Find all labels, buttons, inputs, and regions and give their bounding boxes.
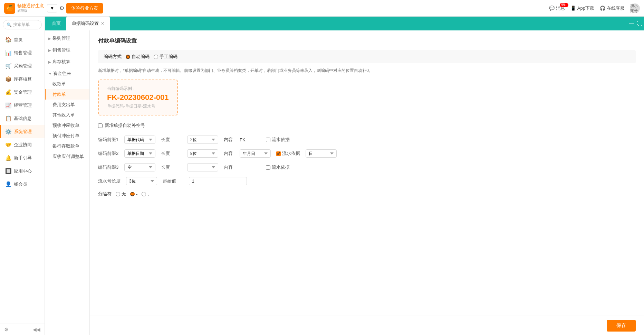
tab-bar-actions: — ⛶ xyxy=(629,20,643,27)
auto-fill-label[interactable]: 新增单据自动补空号 xyxy=(105,122,145,129)
auto-encoding-radio[interactable] xyxy=(126,55,130,59)
search-menu-button[interactable]: 🔍 搜索菜单 xyxy=(3,20,42,29)
sub-nav-item-receipt[interactable]: 收款单 xyxy=(45,79,89,89)
content-1-value: FK xyxy=(240,137,260,142)
download-icon: 📱 xyxy=(570,6,576,11)
sidebar-item-finance[interactable]: 💰 资金管理 xyxy=(0,86,45,99)
tab-encoding-settings[interactable]: 单据编码设置 ✕ xyxy=(66,17,110,30)
serial-length-select[interactable]: 3位 xyxy=(126,177,157,185)
system-icon: ⚙️ xyxy=(5,129,12,135)
sep-dot-option[interactable]: . xyxy=(142,192,149,197)
sidebar-item-apps[interactable]: 🔲 应用中心 xyxy=(0,165,45,178)
preview-box: 当前编码示例： FK-20230602-001 单据代码-单据日期-流水号 xyxy=(98,80,178,115)
sub-content-wrapper: ▶ 采购管理 ▶ 销售管理 ▶ 库存核算 xyxy=(45,30,644,335)
sub-nav-group-purchase-title[interactable]: ▶ 采购管理 xyxy=(45,33,89,44)
content-2-select[interactable]: 年月日 xyxy=(240,149,271,158)
sub-nav-item-payment[interactable]: 付款单 xyxy=(45,89,89,100)
home-icon: 🏠 xyxy=(5,37,12,43)
sidebar-item-sales[interactable]: 📊 销售管理 xyxy=(0,46,45,59)
workspace-dropdown[interactable]: ▼ xyxy=(47,4,57,12)
top-bar: 🍊 畅捷通好生意 旗舰版 ▼ ⚙ 体验行业方案 💬 消息 99+ 📱 App下载… xyxy=(0,0,644,17)
encoding-method-row: 编码方式 自动编码 手工编码 xyxy=(98,50,636,63)
tab-bar: 首页 单据编码设置 ✕ — ⛶ xyxy=(45,17,644,30)
sep-dash-option[interactable]: - xyxy=(130,192,137,197)
sidebar-item-member[interactable]: 👤 畅会员 xyxy=(0,178,45,191)
length-1-select[interactable]: 2位 xyxy=(187,136,218,144)
search-icon: 🔍 xyxy=(7,22,12,27)
manual-encoding-option[interactable]: 手工编码 xyxy=(154,54,177,60)
sub-nav-group-funds-title[interactable]: ▼ 资金往来 xyxy=(45,68,89,79)
sidebar-item-inventory[interactable]: 📦 库存核算 xyxy=(0,73,45,86)
sidebar-item-system[interactable]: ⚙️ 系统管理 xyxy=(0,125,45,138)
sub-nav-item-adjust[interactable]: 应收应付调整单 xyxy=(45,151,89,162)
sep-dash-radio[interactable] xyxy=(130,192,135,196)
prefix-3-select[interactable]: 空 xyxy=(124,163,155,171)
sub-nav-item-bank[interactable]: 银行存取款单 xyxy=(45,141,89,151)
serial-row: 流水号长度 3位 起始值 xyxy=(98,177,636,185)
sub-nav: ▶ 采购管理 ▶ 销售管理 ▶ 库存核算 xyxy=(45,30,90,335)
sub-nav-item-prepay-ap[interactable]: 预付冲应付单 xyxy=(45,131,89,141)
auto-fill-checkbox[interactable] xyxy=(98,123,103,128)
separator-label: 分隔符 xyxy=(98,191,112,197)
sub-nav-group-sales-title[interactable]: ▶ 销售管理 xyxy=(45,45,89,55)
top-bar-left: 🍊 畅捷通好生意 旗舰版 ▼ ⚙ 体验行业方案 xyxy=(4,3,103,14)
tab-maximize-icon[interactable]: ⛶ xyxy=(637,20,643,27)
sub-nav-item-prepay-ar[interactable]: 预收冲应收单 xyxy=(45,120,89,131)
trial-button[interactable]: 体验行业方案 xyxy=(66,3,103,13)
sub-nav-group-inventory-title[interactable]: ▶ 库存核算 xyxy=(45,57,89,67)
message-button[interactable]: 💬 消息 99+ xyxy=(549,5,565,11)
finance-icon: 💰 xyxy=(5,89,12,95)
prefix-row-3: 编码前缀3 空 长度 内容 流水依据 xyxy=(98,163,636,171)
online-service-button[interactable]: 🎧 在线客服 xyxy=(600,5,625,11)
stream-2-check: 流水依据 xyxy=(276,150,300,157)
prefix-2-label: 编码前缀2 xyxy=(98,150,119,157)
brand-text: 畅捷通好生意 旗舰版 xyxy=(17,3,44,13)
top-bar-controls: ▼ ⚙ 体验行业方案 xyxy=(47,3,103,13)
settings-icon[interactable]: ⚙ xyxy=(59,5,64,11)
collapse-sidebar-button[interactable]: ◀◀ xyxy=(33,327,40,332)
prefix-2-select[interactable]: 单据日期 xyxy=(124,149,155,158)
stream-3-label[interactable]: 流水依据 xyxy=(272,164,290,170)
length-3-select[interactable] xyxy=(187,163,218,171)
tab-home[interactable]: 首页 xyxy=(46,17,66,30)
content-3-label: 内容 xyxy=(224,164,234,170)
sidebar-item-purchase[interactable]: 🛒 采购管理 xyxy=(0,59,45,73)
sub-nav-item-other-income[interactable]: 其他收入单 xyxy=(45,110,89,120)
sidebar-item-guide[interactable]: 🔔 新手引导 xyxy=(0,151,45,165)
stream-2-label[interactable]: 流水依据 xyxy=(282,150,300,157)
sidebar-item-home[interactable]: 🏠 首页 xyxy=(0,33,45,46)
sidebar-item-management[interactable]: 📈 经营管理 xyxy=(0,99,45,112)
tab-minimize-icon[interactable]: — xyxy=(629,20,634,27)
start-value-input[interactable] xyxy=(189,177,247,185)
length-2-select[interactable]: 8位 xyxy=(187,149,218,158)
sub-nav-item-expense[interactable]: 费用支出单 xyxy=(45,100,89,110)
prefix-1-select[interactable]: 单据代码 xyxy=(124,136,155,144)
sidebar-item-basic-info[interactable]: 📋 基础信息 xyxy=(0,112,45,125)
sidebar-item-enterprise[interactable]: 🤝 企业协同 xyxy=(0,138,45,151)
sep-dot-radio[interactable] xyxy=(142,192,146,196)
stream-1-check: 流水依据 xyxy=(266,137,290,143)
member-icon: 👤 xyxy=(5,181,12,187)
tab-close-icon[interactable]: ✕ xyxy=(101,21,104,26)
length-3-label: 长度 xyxy=(161,164,182,170)
stream-unit-select[interactable]: 日 xyxy=(306,149,337,158)
sep-none-option[interactable]: 无 xyxy=(116,191,126,197)
settings-bottom-icon[interactable]: ⚙ xyxy=(4,327,9,332)
user-avatar[interactable]: 演示账号 xyxy=(630,3,640,13)
content-1-label: 内容 xyxy=(224,137,234,143)
start-value-label: 起始值 xyxy=(163,178,183,184)
stream-1-label[interactable]: 流水依据 xyxy=(272,137,290,143)
manual-encoding-radio[interactable] xyxy=(154,55,158,59)
main-layout: 🔍 搜索菜单 🏠 首页 📊 销售管理 🛒 采购管理 📦 库存核算 💰 资金管理 … xyxy=(0,17,644,335)
stream-1-checkbox[interactable] xyxy=(266,138,270,142)
sep-none-radio[interactable] xyxy=(116,192,120,196)
app-download-button[interactable]: 📱 App下载 xyxy=(570,5,594,11)
sub-nav-group-inventory: ▶ 库存核算 xyxy=(45,57,89,67)
stream-2-checkbox[interactable] xyxy=(276,151,281,156)
sidebar: 🔍 搜索菜单 🏠 首页 📊 销售管理 🛒 采购管理 📦 库存核算 💰 资金管理 … xyxy=(0,17,45,335)
auto-encoding-option[interactable]: 自动编码 xyxy=(126,54,150,60)
save-button[interactable]: 保存 xyxy=(607,320,636,332)
stream-3-checkbox[interactable] xyxy=(266,165,270,170)
stream-3-check: 流水依据 xyxy=(266,164,290,170)
length-1-label: 长度 xyxy=(161,137,182,143)
